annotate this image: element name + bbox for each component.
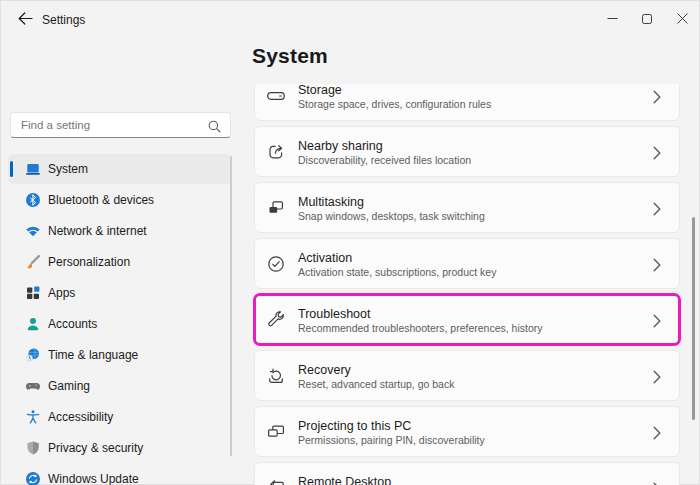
- page-title: System: [252, 44, 328, 68]
- search-box: [10, 112, 231, 138]
- minimize-icon: [607, 12, 618, 27]
- settings-item-remote-desktop[interactable]: Remote Desktop: [254, 462, 680, 485]
- settings-window: { "window": { "app_title": "Settings", "…: [0, 0, 700, 485]
- settings-item-activation[interactable]: Activation Activation state, subscriptio…: [254, 238, 680, 289]
- apps-icon: [25, 285, 41, 301]
- sidebar-scrollbar-thumb[interactable]: [230, 156, 232, 456]
- accessibility-icon: [25, 409, 41, 425]
- sidebar-item-network-internet[interactable]: Network & internet: [8, 216, 231, 246]
- back-arrow-icon: [18, 12, 33, 28]
- settings-item-projecting-to-this-pc[interactable]: Projecting to this PC Permissions, pairi…: [254, 406, 680, 457]
- personalization-icon: [25, 254, 41, 270]
- maximize-button[interactable]: [630, 2, 664, 36]
- settings-list: Storage Storage space, drives, configura…: [246, 84, 700, 485]
- search-icon: [208, 119, 221, 132]
- chevron-right-icon: [653, 314, 661, 328]
- settings-item-troubleshoot[interactable]: Troubleshoot Recommended troubleshooters…: [254, 294, 680, 345]
- maximize-icon: [642, 12, 652, 27]
- settings-item-storage[interactable]: Storage Storage space, drives, configura…: [254, 84, 680, 121]
- chevron-right-icon: [653, 146, 661, 160]
- content-scrollbar-thumb[interactable]: [692, 217, 695, 420]
- windows-update-icon: [25, 471, 41, 485]
- troubleshoot-icon: [266, 310, 286, 330]
- settings-item-multitasking[interactable]: Multitasking Snap windows, desktops, tas…: [254, 182, 680, 233]
- nearby-sharing-icon: [266, 142, 286, 162]
- chevron-right-icon: [653, 202, 661, 216]
- close-icon: [677, 12, 688, 27]
- sidebar-item-system[interactable]: System: [8, 154, 231, 184]
- activation-icon: [266, 254, 286, 274]
- sidebar-item-apps[interactable]: Apps: [8, 278, 231, 308]
- sidebar-item-windows-update[interactable]: Windows Update: [8, 464, 231, 485]
- app-title: Settings: [42, 13, 85, 27]
- chevron-right-icon: [653, 370, 661, 384]
- back-button[interactable]: [12, 9, 38, 31]
- settings-item-nearby-sharing[interactable]: Nearby sharing Discoverability, received…: [254, 126, 680, 177]
- sidebar-item-gaming[interactable]: Gaming: [8, 371, 231, 401]
- privacy-security-icon: [25, 440, 41, 456]
- sidebar-item-personalization[interactable]: Personalization: [8, 247, 231, 277]
- close-button[interactable]: [665, 2, 699, 36]
- bluetooth-icon: [25, 192, 41, 208]
- sidebar-item-accounts[interactable]: Accounts: [8, 309, 231, 339]
- projecting-icon: [266, 422, 286, 442]
- chevron-right-icon: [653, 90, 661, 104]
- recovery-icon: [266, 366, 286, 386]
- sidebar-item-bluetooth-devices[interactable]: Bluetooth & devices: [8, 185, 231, 215]
- time-language-icon: [25, 347, 41, 363]
- storage-icon: [266, 86, 286, 106]
- gaming-icon: [25, 378, 41, 394]
- sidebar-item-time-language[interactable]: Time & language: [8, 340, 231, 370]
- chevron-right-icon: [653, 258, 661, 272]
- system-icon: [25, 161, 41, 177]
- selected-indicator: [10, 161, 13, 177]
- settings-item-recovery[interactable]: Recovery Reset, advanced startup, go bac…: [254, 350, 680, 401]
- chevron-right-icon: [653, 426, 661, 440]
- multitasking-icon: [266, 198, 286, 218]
- minimize-button[interactable]: [595, 2, 629, 36]
- accounts-icon: [25, 316, 41, 332]
- remote-desktop-icon: [266, 478, 286, 485]
- sidebar-item-accessibility[interactable]: Accessibility: [8, 402, 231, 432]
- search-input[interactable]: [11, 113, 230, 137]
- network-icon: [25, 223, 41, 239]
- sidebar-item-privacy-security[interactable]: Privacy & security: [8, 433, 231, 463]
